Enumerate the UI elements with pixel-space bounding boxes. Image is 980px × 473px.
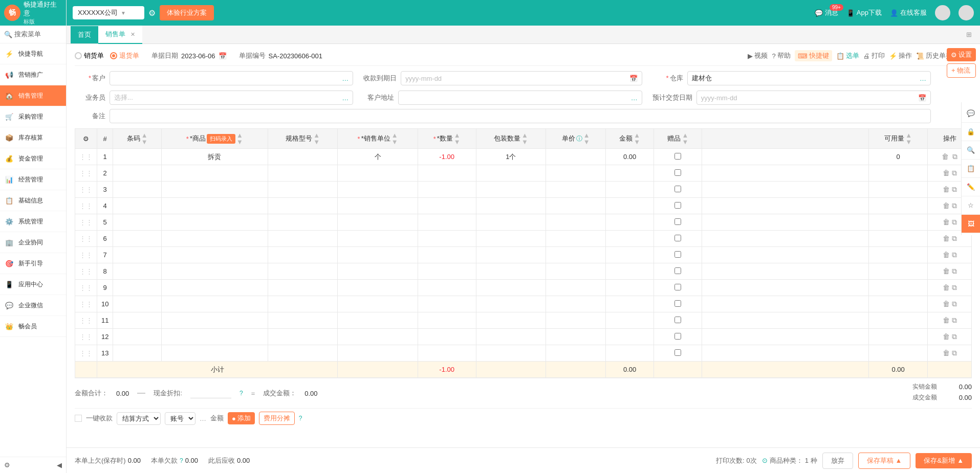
row-drag-handle[interactable]: ⋮⋮: [75, 149, 97, 165]
sidebar-item-guide[interactable]: 🎯 新手引导: [0, 253, 66, 274]
search-menu[interactable]: 🔍 搜索菜单: [0, 26, 66, 43]
delete-row-icon[interactable]: 🗑: [943, 283, 950, 291]
scan-btn[interactable]: 扫码录入: [207, 134, 235, 144]
settings-btn[interactable]: ⚙ 设置: [947, 48, 976, 61]
gift-checkbox[interactable]: [674, 300, 681, 307]
expense-split-button[interactable]: 费用分摊: [259, 412, 295, 425]
gift-checkbox[interactable]: [674, 186, 681, 192]
row-salesunit[interactable]: 个: [338, 149, 418, 165]
copy-row-icon[interactable]: ⧉: [952, 169, 957, 177]
right-icon-4[interactable]: 📋: [962, 160, 980, 178]
delete-row-icon[interactable]: 🗑: [943, 316, 950, 324]
sidebar-item-system[interactable]: ⚙️ 系统管理: [0, 211, 66, 232]
due-date-calendar-icon[interactable]: 📅: [629, 75, 638, 82]
sidebar-item-base[interactable]: 📋 基础信息: [0, 190, 66, 211]
notes-input[interactable]: [110, 109, 931, 123]
right-icon-6[interactable]: ☆: [962, 196, 980, 215]
sidebar-item-quick-nav[interactable]: ⚡ 快捷导航: [0, 43, 66, 64]
delete-row-icon[interactable]: 🗑: [943, 267, 950, 275]
tab-sales-order[interactable]: 销售单 ✕: [98, 26, 142, 44]
gift-checkbox[interactable]: [674, 153, 681, 160]
total-owe-question-icon[interactable]: ?: [180, 457, 183, 464]
customer-input[interactable]: …: [110, 71, 353, 85]
warehouse-dots-icon[interactable]: …: [920, 75, 926, 82]
delete-row-icon[interactable]: 🗑: [943, 332, 950, 341]
delete-row-icon[interactable]: 🗑: [943, 218, 950, 226]
sidebar-item-inventory[interactable]: 📦 库存核算: [0, 127, 66, 148]
sidebar-item-enterprise[interactable]: 🏢 企业协同: [0, 232, 66, 253]
row-packqty[interactable]: 1个: [476, 149, 546, 165]
gift-checkbox[interactable]: [674, 284, 681, 290]
delete-row-icon[interactable]: 🗑: [943, 201, 950, 210]
avatar2[interactable]: [959, 5, 974, 20]
print-btn[interactable]: 🖨 打印: [863, 51, 885, 60]
gift-checkbox[interactable]: [674, 251, 681, 258]
copy-row-icon[interactable]: ⧉: [952, 349, 957, 357]
radio-sales-order[interactable]: 销货单: [75, 51, 104, 60]
row-quantity[interactable]: -1.00: [418, 149, 476, 165]
expected-date-calendar-icon[interactable]: 📅: [918, 94, 926, 102]
gift-checkbox[interactable]: [674, 317, 681, 323]
shortcut-btn[interactable]: ⌨ 快捷键: [795, 50, 832, 61]
salesman-dots-icon[interactable]: …: [342, 94, 349, 102]
delete-row-icon[interactable]: 🗑: [943, 349, 950, 357]
sidebar-item-finance[interactable]: 💰 资金管理: [0, 148, 66, 169]
row-amount[interactable]: 0.00: [606, 149, 654, 165]
sidebar-settings-icon[interactable]: ⚙: [4, 461, 10, 469]
right-icon-7[interactable]: 🖼: [962, 215, 980, 233]
save-draft-button[interactable]: 保存草稿 ▲: [858, 453, 911, 469]
right-icon-1[interactable]: 💬: [962, 104, 980, 123]
copy-row-icon[interactable]: ⧉: [952, 267, 957, 275]
copy-row-icon[interactable]: ⧉: [952, 152, 957, 161]
due-date-input[interactable]: yyyy-mm-dd 📅: [401, 71, 642, 85]
row-notes[interactable]: [702, 149, 868, 165]
row-barcode[interactable]: [113, 149, 161, 165]
settlement-method-select[interactable]: 结算方式: [117, 412, 161, 425]
sidebar-item-marketing[interactable]: 📢 营销推广: [0, 64, 66, 85]
date-calendar-icon[interactable]: 📅: [219, 52, 227, 60]
topbar-gear-icon[interactable]: ⚙: [148, 8, 156, 18]
gift-checkbox[interactable]: [674, 267, 681, 274]
cash-discount-question-icon[interactable]: ?: [239, 390, 243, 397]
salesman-input[interactable]: 选择... …: [110, 91, 353, 105]
sidebar-item-operations[interactable]: 📊 经营管理: [0, 169, 66, 190]
right-icon-2[interactable]: 🔒: [962, 123, 980, 141]
customer-addr-dots-icon[interactable]: …: [631, 94, 638, 102]
help-btn[interactable]: ? 帮助: [772, 51, 790, 60]
company-selector[interactable]: XXXXXX公司 ▼: [73, 6, 144, 19]
copy-row-icon[interactable]: ⧉: [952, 218, 957, 226]
logistics-btn[interactable]: + 物流: [947, 63, 976, 78]
delete-row-icon[interactable]: 🗑: [942, 152, 949, 161]
row-product[interactable]: 拆贡: [161, 149, 268, 165]
copy-row-icon[interactable]: ⧉: [952, 185, 957, 193]
row-gift[interactable]: [654, 149, 702, 165]
gift-checkbox[interactable]: [674, 333, 681, 340]
operation-btn[interactable]: ⚡ 操作: [889, 51, 912, 60]
row-spec[interactable]: [268, 149, 338, 165]
copy-row-icon[interactable]: ⧉: [952, 201, 957, 210]
copy-row-icon[interactable]: ⧉: [952, 316, 957, 324]
warehouse-input[interactable]: 建材仓 …: [687, 71, 931, 85]
pick-btn[interactable]: 📋 选单: [836, 51, 859, 60]
customer-dots-icon[interactable]: …: [342, 75, 349, 82]
discard-button[interactable]: 放弃: [822, 453, 853, 469]
gift-checkbox[interactable]: [674, 218, 681, 225]
avatar[interactable]: [935, 5, 950, 20]
one-click-collect-checkbox[interactable]: [75, 415, 82, 422]
sidebar-item-wechat[interactable]: 💬 企业微信: [0, 295, 66, 316]
gift-checkbox[interactable]: [674, 202, 681, 209]
gift-checkbox[interactable]: [674, 349, 681, 356]
customer-addr-input[interactable]: …: [398, 91, 642, 105]
unit-price-info-icon[interactable]: ⓘ: [576, 134, 582, 143]
tab-expand-icon[interactable]: ⊞: [962, 31, 976, 38]
copy-row-icon[interactable]: ⧉: [952, 251, 957, 259]
radio-return-order[interactable]: 退货单: [110, 51, 139, 60]
copy-row-icon[interactable]: ⧉: [952, 300, 957, 308]
account-dots-icon[interactable]: …: [200, 415, 206, 422]
trial-button[interactable]: 体验行业方案: [160, 5, 214, 20]
gift-checkbox[interactable]: [674, 169, 681, 176]
delete-row-icon[interactable]: 🗑: [943, 300, 950, 308]
video-btn[interactable]: ▶ 视频: [748, 51, 768, 60]
row-unitprice[interactable]: [546, 149, 606, 165]
expense-question-icon[interactable]: ?: [299, 415, 302, 422]
